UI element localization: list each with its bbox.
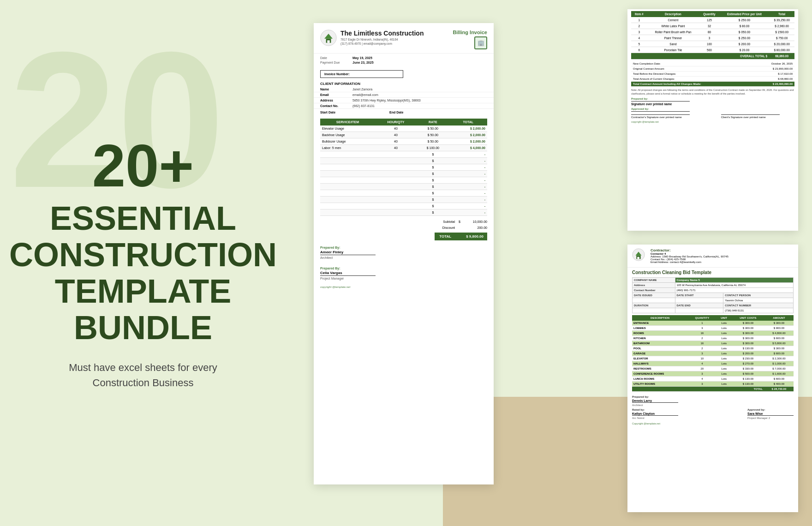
materials-table: Item # Description Quantity Estimated Pr… [631,11,794,60]
payment-due-label: Payment Due [320,61,352,64]
overall-total-value: 68,860.00 [769,53,794,60]
top-right-document: Item # Description Quantity Estimated Pr… [627,9,798,231]
clean-unit: Lots [716,366,732,371]
empty-qty [375,177,417,184]
col-desc: Description [647,11,699,17]
preparer1-role: Architect [320,256,487,259]
br-email-line: Email Address: contact.4@teamkelly.com [651,261,728,263]
cleaning-table: DESCRIPTION QUANTITY UNIT UNIT COSTS AMO… [632,315,794,392]
item-desc: Cement [647,17,699,23]
clean-amount: $ 300.00 [764,346,794,351]
materials-row: 6 Porcelain Tile 500 $ 20.00 $ 80,000.00 [631,47,794,53]
clean-amount: $ 400.00 [764,382,794,387]
clean-desc: BATHROOM [632,341,688,346]
clean-desc: KITCHEN [632,336,688,341]
item-num: 3 [631,29,647,35]
col-item: Item # [631,11,647,17]
empty-service [320,177,375,184]
summary-label: Total Contract Amount Including All Chan… [633,83,701,85]
empty-table-row: $ - [320,177,487,184]
empty-total: - [449,209,487,216]
overall-total-label: OVERALL TOTAL $ [631,53,769,60]
item-qty: 125 [699,17,719,23]
name-label: Name [320,88,352,91]
invoice-number-box[interactable]: Invoice Number: [320,70,403,78]
total-cell: $ 2,000.00 [449,126,487,132]
br-title: Construction Cleaning Bid Template [627,268,798,276]
preparer2-role: Project Manager [320,277,487,280]
empty-table-row: $ - [320,151,487,158]
address-label: Address [320,99,352,102]
clean-desc: UTILITY ROOMS [632,382,688,387]
total-amount: $ 9,800.00 [462,233,487,240]
cleaning-row: LUNCH ROOMS 4 Lots $ 130.00 $ 600.00 [632,377,794,382]
cleaning-row: POOL 2 Lots $ 130.00 $ 300.00 [632,346,794,351]
clean-qty: 2 [688,336,716,341]
empty-service [320,164,375,171]
date-start-label: DATE START [675,293,723,298]
qty-cell: 40 [375,138,417,145]
total-cell: $ 2,000.00 [449,132,487,138]
table-row: Elevator Usage 40 $ 50.00 $ 2,000.00 [320,126,487,132]
cleaning-row: UTILITY ROOMS 3 Lots $ 130.00 $ 400.00 [632,382,794,387]
table-row: Labor: 5 men 40 $ 100.00 $ 4,000.00 [320,145,487,151]
cleaning-row: HALLWAYS 4 Lots $ 270.00 $ 1,000.00 [632,361,794,366]
company-name-label: COMPANY NAME [633,278,675,283]
clean-cost: $ 300.00 [732,331,764,336]
clean-cost: $ 230.00 [732,356,764,361]
empty-qty [375,151,417,158]
email-label: Email [320,93,352,96]
item-num: 2 [631,23,647,29]
discount-row: Discount 200.00 [314,225,494,231]
client-info-title: CLIENT INFORMATION [314,80,494,87]
hero-subtitle: Must have excel sheets for every Constru… [69,360,217,390]
cleaning-row: BATHROOM 16 Lots $ 300.00 $ 5,800.00 [632,341,794,346]
prepared-sig-text: Signature over printed name [631,102,705,106]
total-value: 9,800.00 [469,234,484,239]
contact-label: Contact No. [320,104,352,108]
contact-number2-value: (736) 948-5131 [723,308,794,313]
empty-qty [375,164,417,171]
item-desc: White Latex Paint [647,23,699,29]
summary-value: $ 17,610.00 [778,72,793,75]
col-desc: DESCRIPTION [632,315,688,321]
clean-unit: Lots [716,341,732,346]
empty-service [320,171,375,177]
item-total: $ 2,960.00 [769,23,794,29]
clean-desc: LUNCH ROOMS [632,377,688,382]
empty-rate: $ [417,177,449,184]
qty-cell: 40 [375,145,417,151]
clean-amount: $ 4,800.00 [764,331,794,336]
cleaning-total-label: TOTAL [632,387,764,392]
empty-service [320,197,375,203]
item-total: $ 1500.00 [769,29,794,35]
clean-desc: HALLWAYS [632,361,688,366]
item-desc: Sand [647,41,699,47]
clean-amount: $ 1,000.00 [764,361,794,366]
empty-total: - [449,197,487,203]
prepared-sig-line [631,101,690,102]
empty-table-row: $ - [320,158,487,164]
payment-due-row: Payment Due June 23, 2025 [320,61,487,64]
clean-amount: $ 2,300.00 [764,356,794,361]
rate-cell: $ 50.00 [417,132,449,138]
contact2-label: Contact Number [633,288,675,293]
subtotal-label: Subtotal [427,220,455,223]
hero-title: ESSENTIAL CONSTRUCTION TEMPLATE BUNDLE [9,200,277,347]
col-qty: HOUR/QTY [375,119,417,126]
approved-col: Approved by: Sara Wise Project Manager 2 [747,408,794,419]
col-unit-cost: UNIT COSTS [732,315,764,321]
empty-service [320,209,375,216]
clean-unit: Lots [716,351,732,356]
documents-container: The Limitless Construction 7817 Eagle Dr… [286,0,812,526]
qty-cell: 40 [375,132,417,138]
empty-service [320,151,375,158]
clean-qty: 2 [688,346,716,351]
empty-rate: $ [417,164,449,171]
item-num: 5 [631,41,647,47]
clean-cost: $ 300.00 [732,321,764,326]
br-email-val: contact.4@teamkelly.com [670,261,701,263]
prepared-by-label-1: Prepared By: [320,246,487,249]
cleaning-row: ELEVATOR 10 Lots $ 230.00 $ 2,300.00 [632,356,794,361]
clean-desc: ENTRANCE [632,321,688,326]
